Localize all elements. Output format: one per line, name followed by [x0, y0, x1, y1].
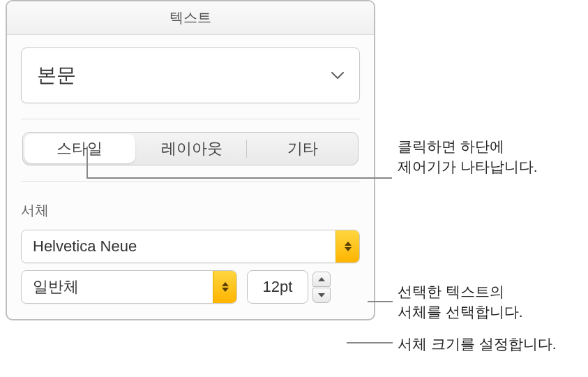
callout-line — [347, 342, 393, 343]
callout-text: 클릭하면 하단에 — [398, 136, 538, 156]
callout-text: 선택한 텍스트의 — [398, 281, 523, 302]
font-size-up-button[interactable] — [312, 272, 331, 287]
font-section-label: 서체 — [21, 201, 360, 220]
paragraph-style-label: 본문 — [37, 62, 76, 89]
callout-line — [86, 147, 88, 177]
font-size-value: 12pt — [263, 278, 293, 296]
callout-text: 서체를 선택합니다. — [398, 302, 523, 322]
chevron-down-icon — [331, 71, 344, 80]
tab-style[interactable]: 스타일 — [24, 134, 135, 163]
callout-tabs: 클릭하면 하단에 제어기가 나타납니다. — [398, 136, 538, 177]
tab-style-label: 스타일 — [56, 138, 103, 159]
callout-font-size: 서체 크기를 설정합니다. — [398, 334, 557, 354]
tab-layout[interactable]: 레이아웃 — [137, 133, 248, 165]
callout-font-family: 선택한 텍스트의 서체를 선택합니다. — [398, 281, 523, 323]
tab-layout-label: 레이아웃 — [161, 138, 223, 159]
tab-other-label: 기타 — [287, 138, 318, 159]
tab-other[interactable]: 기타 — [247, 133, 358, 165]
updown-icon — [336, 230, 359, 263]
tabs: 스타일 레이아웃 기타 — [22, 132, 359, 165]
font-family-value: Helvetica Neue — [22, 237, 336, 256]
font-size-stepper — [312, 272, 331, 303]
font-family-select[interactable]: Helvetica Neue — [21, 230, 360, 263]
font-weight-select[interactable]: 일반체 — [21, 270, 237, 304]
font-size-down-button[interactable] — [312, 288, 331, 303]
divider — [21, 181, 360, 182]
paragraph-style-select[interactable]: 본문 — [21, 47, 360, 103]
callout-line — [368, 301, 393, 302]
font-weight-value: 일반체 — [22, 276, 213, 297]
font-size-control: 12pt — [247, 270, 331, 304]
callout-text: 서체 크기를 설정합니다. — [398, 334, 557, 354]
callout-line — [86, 177, 392, 179]
callout-text: 제어기가 나타납니다. — [398, 156, 538, 177]
font-size-field[interactable]: 12pt — [247, 270, 308, 304]
panel-title: 텍스트 — [7, 1, 374, 35]
updown-icon — [213, 271, 236, 303]
text-inspector-panel: 텍스트 본문 스타일 레이아웃 기타 서체 Helvetica Neue 일반체 — [6, 0, 375, 320]
divider — [21, 119, 360, 119]
